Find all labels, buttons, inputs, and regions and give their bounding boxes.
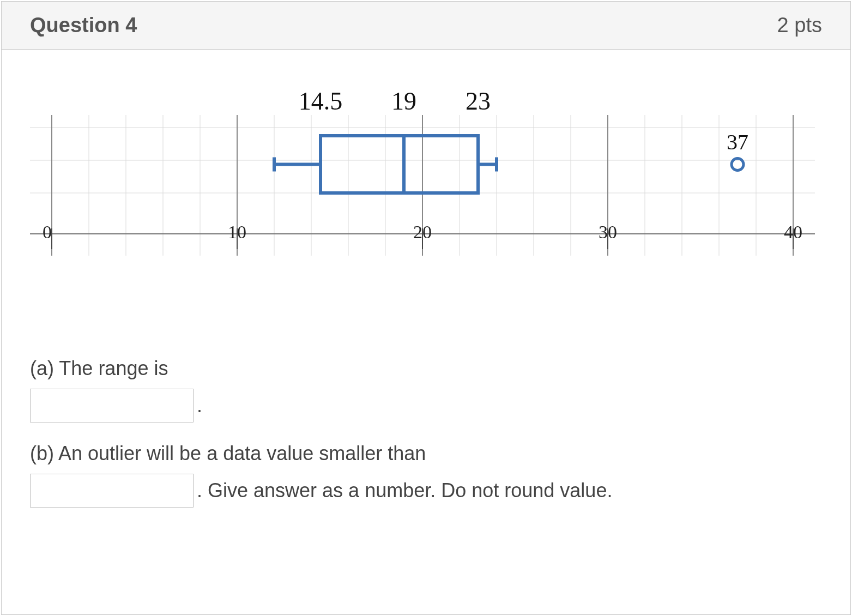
question-body: 0102030403714.51923 (a) The range is . (… <box>2 50 850 540</box>
axis-tick-label: 40 <box>784 222 802 242</box>
part-b-prompt: (b) An outlier will be a data value smal… <box>30 439 822 468</box>
question-header: Question 4 2 pts <box>2 2 850 50</box>
part-b-suffix: . Give answer as a number. Do not round … <box>197 476 612 505</box>
part-a-input[interactable] <box>30 389 194 422</box>
part-b-input[interactable] <box>30 474 194 508</box>
axis-tick-label: 30 <box>599 222 617 242</box>
part-b-answer-line: . Give answer as a number. Do not round … <box>30 474 822 508</box>
svg-rect-39 <box>321 136 478 193</box>
question-container: Question 4 2 pts 0102030403714.51923 (a)… <box>1 1 851 615</box>
part-a-suffix: . <box>197 391 202 420</box>
question-title: Question 4 <box>30 14 137 37</box>
question-points: 2 pts <box>777 14 822 37</box>
boxplot-svg: 0102030403714.51923 <box>30 76 815 277</box>
q1-label: 14.5 <box>299 87 343 115</box>
median-label: 19 <box>391 87 416 115</box>
axis-tick-label: 10 <box>228 222 246 242</box>
outlier-label: 37 <box>727 130 748 154</box>
part-a-answer-line: . <box>30 389 822 422</box>
boxplot-chart: 0102030403714.51923 <box>30 76 815 277</box>
q3-label: 23 <box>466 87 491 115</box>
axis-tick-label: 20 <box>413 222 432 242</box>
axis-tick-label: 0 <box>43 222 52 242</box>
part-a-prompt: (a) The range is <box>30 354 822 383</box>
question-parts: (a) The range is . (b) An outlier will b… <box>30 354 822 508</box>
